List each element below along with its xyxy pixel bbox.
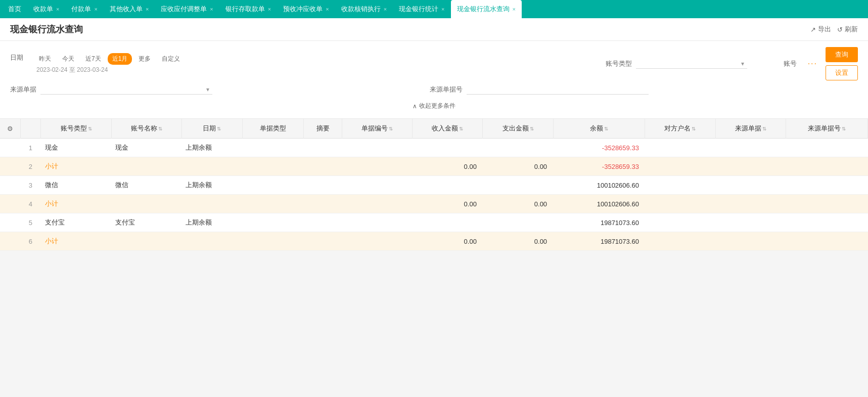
nav-home[interactable]: 首页 <box>2 0 27 18</box>
source-doc-no-input[interactable] <box>467 84 649 95</box>
dropdown-icon: ▾ <box>206 86 209 93</box>
sort-icon: ⇅ <box>217 126 221 131</box>
source-doc-label: 来源单据 <box>10 85 36 94</box>
close-icon[interactable]: × <box>441 6 444 12</box>
col-doc-no: 单据编号 ⇅ <box>342 119 413 139</box>
cell-date <box>181 195 242 213</box>
source-doc-select[interactable]: ▾ <box>40 85 212 95</box>
nav-yingshouyingfu[interactable]: 应收应付调整单 × <box>155 0 219 18</box>
cell-doc-type <box>242 139 304 157</box>
col-rownum <box>20 119 41 139</box>
cell-source-doc-no <box>786 176 867 195</box>
cell-doc-no <box>342 232 413 251</box>
account-type-label: 账号类型 <box>606 59 632 68</box>
close-icon[interactable]: × <box>94 6 97 12</box>
gear-icon[interactable]: ⚙ <box>7 125 13 133</box>
cell-source-doc <box>715 139 786 157</box>
date-btn-custom[interactable]: 自定义 <box>157 53 185 65</box>
sort-icon: ⇅ <box>158 126 162 131</box>
cell-counterpart <box>645 139 715 157</box>
date-btn-yesterday[interactable]: 昨天 <box>34 53 56 65</box>
page-header: 现金银行流水查询 ↗ 导出 ↺ 刷新 <box>0 18 868 41</box>
filter-row-source: 来源单据 ▾ 来源单据号 <box>10 84 858 95</box>
col-expense: 支出金额 ⇅ <box>483 119 553 139</box>
date-btn-today[interactable]: 今天 <box>58 53 79 65</box>
action-buttons: 查询 设置 <box>826 47 858 80</box>
cell-account-type: 小计 <box>41 195 111 213</box>
col-doc-type: 单据类型 <box>242 119 304 139</box>
cell-source-doc <box>715 232 786 251</box>
col-balance: 余额 ⇅ <box>553 119 645 139</box>
col-date: 日期 ⇅ <box>181 119 242 139</box>
cell-summary <box>304 157 342 176</box>
cell-doc-no <box>342 176 413 195</box>
cell-balance: 19871073.60 <box>553 232 645 251</box>
collapse-bar[interactable]: ∧ 收起更多条件 <box>10 99 858 112</box>
close-icon[interactable]: × <box>326 6 329 12</box>
date-btn-1month[interactable]: 近1月 <box>108 53 132 65</box>
dropdown-icon: ▾ <box>741 60 744 67</box>
cell-doc-type <box>242 195 304 213</box>
close-icon[interactable]: × <box>146 6 149 12</box>
data-table-container: ⚙ 账号类型 ⇅ 账号名称 ⇅ 日期 <box>0 119 868 251</box>
table-row: 2 小计 0.00 0.00 -3528659.33 <box>0 157 868 176</box>
cell-income: 0.00 <box>413 195 483 213</box>
table-row: 4 小计 0.00 0.00 100102606.60 <box>0 195 868 213</box>
nav-shoukuanhexiao[interactable]: 收款核销执行 × <box>335 0 393 18</box>
source-doc-no-label: 来源单据号 <box>430 85 463 94</box>
cell-source-doc-no <box>786 157 867 176</box>
date-btn-more[interactable]: 更多 <box>134 53 155 65</box>
cell-expense: 0.00 <box>483 232 553 251</box>
cell-income <box>413 176 483 195</box>
close-icon[interactable]: × <box>56 6 59 12</box>
cell-balance: 19871073.60 <box>553 213 645 232</box>
cell-counterpart <box>645 232 715 251</box>
cell-doc-no <box>342 195 413 213</box>
date-btn-7days[interactable]: 近7天 <box>81 53 106 65</box>
cell-income: 0.00 <box>413 157 483 176</box>
close-icon[interactable]: × <box>384 6 387 12</box>
cell-account-type: 小计 <box>41 232 111 251</box>
top-navigation: 首页 收款单 × 付款单 × 其他收入单 × 应收应付调整单 × 银行存取款单 … <box>0 0 868 18</box>
sort-icon: ⇅ <box>459 126 463 131</box>
cell-doc-no <box>342 213 413 232</box>
sort-icon: ⇅ <box>389 126 393 131</box>
cell-summary <box>304 176 342 195</box>
sort-icon: ⇅ <box>604 126 608 131</box>
cell-doc-type <box>242 232 304 251</box>
nav-liushui[interactable]: 现金银行流水查询 × <box>451 0 522 18</box>
export-button[interactable]: ↗ 导出 <box>810 25 831 34</box>
cell-date: 上期余额 <box>181 213 242 232</box>
col-account-type: 账号类型 ⇅ <box>41 119 111 139</box>
nav-qitashoru[interactable]: 其他收入单 × <box>104 0 155 18</box>
cell-summary <box>304 232 342 251</box>
cell-income <box>413 139 483 157</box>
col-source-doc-no: 来源单据号 ⇅ <box>786 119 867 139</box>
cell-doc-type <box>242 213 304 232</box>
nav-fukuan[interactable]: 付款单 × <box>65 0 103 18</box>
filter-row-date: 日期 昨天 今天 近7天 近1月 更多 自定义 2023-02-24 至 202… <box>10 47 858 80</box>
cell-rownum: 3 <box>20 176 41 195</box>
close-icon[interactable]: × <box>210 6 213 12</box>
nav-xianjintongji[interactable]: 现金银行统计 × <box>393 0 450 18</box>
table-row: 1 现金 现金 上期余额 -3528659.33 <box>0 139 868 157</box>
cell-doc-type <box>242 176 304 195</box>
account-dots-button[interactable]: ··· <box>808 59 817 68</box>
close-icon[interactable]: × <box>268 6 271 12</box>
settings-button[interactable]: 设置 <box>826 65 858 80</box>
sort-icon: ⇅ <box>842 126 846 131</box>
sort-icon: ⇅ <box>762 126 766 131</box>
cell-income <box>413 213 483 232</box>
cell-gear <box>0 195 20 213</box>
nav-shoukuan[interactable]: 收款单 × <box>27 0 65 18</box>
nav-yinhangcunqu[interactable]: 银行存取款单 × <box>219 0 277 18</box>
nav-yushou[interactable]: 预收冲应收单 × <box>277 0 335 18</box>
cell-account-type: 微信 <box>41 176 111 195</box>
date-options: 昨天 今天 近7天 近1月 更多 自定义 <box>34 53 185 65</box>
account-type-select[interactable]: ▾ <box>636 59 747 69</box>
sort-icon: ⇅ <box>88 126 92 131</box>
query-button[interactable]: 查询 <box>826 47 858 62</box>
refresh-button[interactable]: ↺ 刷新 <box>837 25 858 34</box>
close-icon[interactable]: × <box>513 6 516 12</box>
data-table: ⚙ 账号类型 ⇅ 账号名称 ⇅ 日期 <box>0 119 868 251</box>
